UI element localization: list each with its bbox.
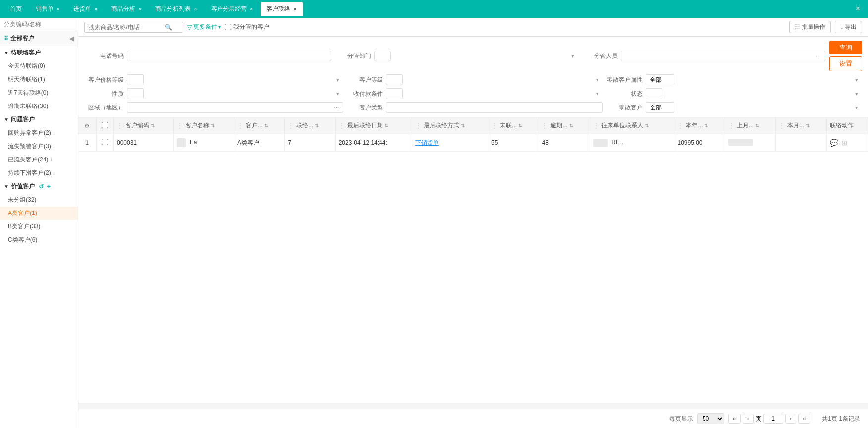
all-customers-header[interactable]: ⠿ 全部客户 ◀ [0,31,78,46]
my-customers-checkbox[interactable] [225,24,231,30]
col-action-header: 联络动作 [826,117,868,134]
dept-select[interactable] [374,51,391,61]
region-dots-input[interactable]: ··· [127,102,343,113]
customer-level-select[interactable] [386,74,403,85]
sidebar-item-b-class[interactable]: B类客户(33) [0,220,78,233]
table-settings-icon[interactable]: ⚙ [84,122,90,129]
col-contact-header[interactable]: ⋮ 联络... ⇅ [285,117,335,134]
col-unit-contact-header[interactable]: ⋮ 往来单位联系人 ⇅ [590,117,674,134]
horizontal-scrollbar[interactable] [78,403,868,409]
settings-button[interactable]: 设置 [829,56,862,71]
qr-icon[interactable]: ⊞ [841,139,847,147]
select-all-checkbox[interactable] [102,122,108,128]
message-icon[interactable]: 💬 [830,139,838,147]
row-checkbox[interactable] [102,139,108,145]
last-method-link[interactable]: 下销货单 [415,139,439,146]
col-this-month-header[interactable]: ⋮ 本月... ⇅ [776,117,826,134]
col-name-sort[interactable]: ⇅ [211,123,215,128]
sidebar-item-c-class[interactable]: C类客户(6) [0,233,78,247]
close-customer-segment-tab[interactable]: × [250,6,253,12]
my-customers-filter[interactable]: 我分管的客户 [225,23,269,31]
add-icon[interactable]: ＋ [46,182,52,191]
collapse-icon[interactable]: ◀ [69,35,74,42]
more-filters-btn[interactable]: ▽ 更多条件 ▾ [187,23,221,31]
nav-tab-product-list[interactable]: 商品分析列表 × [149,2,203,16]
col-no-contact-header[interactable]: ⋮ 未联... ⇅ [488,117,539,134]
col-last-month-separator: ⋮ [728,122,734,129]
col-overdue-sort[interactable]: ⇅ [569,123,573,128]
close-purchase-tab[interactable]: × [94,6,97,12]
col-no-contact-sort[interactable]: ⇅ [518,123,522,128]
sidebar-item-lost[interactable]: 已流失客户(24) ℹ [0,153,78,166]
search-icon[interactable]: 🔍 [165,24,172,31]
next-page-btn[interactable]: › [785,414,796,424]
phone-input[interactable] [127,51,331,61]
batch-ops-button[interactable]: ☰ 批量操作 [789,21,831,33]
retail-attr-select[interactable]: 全部 [646,74,674,85]
scrollbar-inner [78,403,772,404]
refresh-icon[interactable]: ↺ [39,183,44,190]
filter-cell-retail: 零散客户 全部 [603,102,862,113]
col-last-date-sort[interactable]: ⇅ [384,123,388,128]
price-level-select[interactable] [127,74,144,85]
filter-search-input[interactable] [89,24,163,31]
nav-home[interactable]: 首页 [4,2,28,16]
payment-select[interactable] [386,88,403,99]
sidebar-item-7day-pending[interactable]: 近7天待联络(0) [0,86,78,100]
col-type-header[interactable]: ⋮ 客户... ⇅ [234,117,284,134]
nav-tab-customer-contact[interactable]: 客户联络 × [261,2,302,16]
retail-select[interactable]: 全部 [646,102,674,113]
sidebar-item-loss-warning[interactable]: 流失预警客户(3) ℹ [0,140,78,153]
sidebar-item-tomorrow-pending[interactable]: 明天待联络(1) [0,73,78,86]
value-section-header[interactable]: ▼ 价值客户 ↺ ＋ [0,180,78,193]
sidebar-item-overdue-pending[interactable]: 逾期未联络(30) [0,100,78,113]
nav-tab-purchase[interactable]: 进货单 × [67,2,103,16]
col-this-year-sort[interactable]: ⇅ [704,123,708,128]
sidebar-search-input[interactable] [4,21,78,28]
close-sales-tab[interactable]: × [56,6,59,12]
export-button[interactable]: ↓ 导出 [835,21,862,33]
sidebar-item-ungrouped[interactable]: 未分组(32) [0,193,78,207]
nav-tab-product-analysis[interactable]: 商品分析 × [106,2,147,16]
page-number-input[interactable] [763,414,783,424]
sidebar-item-abnormal[interactable]: 回购异常客户(2) ℹ [0,126,78,140]
content-area: 🔍 ▽ 更多条件 ▾ 我分管的客户 ☰ 批量操作 ↓ 导出 [78,18,868,428]
col-code-header[interactable]: ⋮ 客户编码 ⇅ [113,117,173,134]
sidebar-item-today-pending[interactable]: 今天待联络(0) [0,59,78,73]
first-page-btn[interactable]: « [728,414,741,424]
nav-tab-sales[interactable]: 销售单 × [30,2,65,16]
col-name-header[interactable]: ⋮ 客户名称 ⇅ [174,117,234,134]
customer-type-input[interactable] [386,102,602,113]
nature-select[interactable] [127,88,144,99]
prev-page-btn[interactable]: ‹ [743,414,754,424]
col-code-separator: ⋮ [117,122,123,129]
pending-section-header[interactable]: ▼ 待联络客户 [0,46,78,59]
close-all-tabs[interactable]: × [852,4,864,13]
sidebar-item-a-class[interactable]: A类客户(1) [0,207,78,220]
close-product-list-tab[interactable]: × [194,6,197,12]
sidebar-item-declining[interactable]: 持续下滑客户(2) ℹ [0,166,78,180]
nav-tab-customer-segment[interactable]: 客户分层经营 × [205,2,259,16]
problem-section-header[interactable]: ▼ 问题客户 [0,113,78,126]
status-select[interactable] [646,88,662,99]
sidebar-search-area: 🔍 [0,18,78,31]
query-button[interactable]: 查询 [829,41,862,54]
close-product-analysis-tab[interactable]: × [138,6,141,12]
col-last-method-sort[interactable]: ⇅ [461,123,465,128]
col-unit-contact-sort[interactable]: ⇅ [645,123,649,128]
col-code-sort[interactable]: ⇅ [151,123,155,128]
close-customer-contact-tab[interactable]: × [293,6,296,12]
filter-search-box: 🔍 [84,22,183,33]
last-page-btn[interactable]: » [798,414,811,424]
per-page-select[interactable]: 50 100 [697,413,724,424]
col-overdue-header[interactable]: ⋮ 逾期... ⇅ [539,117,590,134]
col-last-method-header[interactable]: ⋮ 最后联络方式 ⇅ [412,117,488,134]
col-type-sort[interactable]: ⇅ [264,123,268,128]
manager-dots-input[interactable]: ··· [621,51,825,61]
col-contact-sort[interactable]: ⇅ [315,123,319,128]
col-last-month-sort[interactable]: ⇅ [755,123,759,128]
col-this-year-header[interactable]: ⋮ 本年... ⇅ [674,117,725,134]
col-this-month-sort[interactable]: ⇅ [806,123,810,128]
col-last-date-header[interactable]: ⋮ 最后联络日期 ⇅ [335,117,412,134]
col-last-month-header[interactable]: ⋮ 上月... ⇅ [725,117,775,134]
